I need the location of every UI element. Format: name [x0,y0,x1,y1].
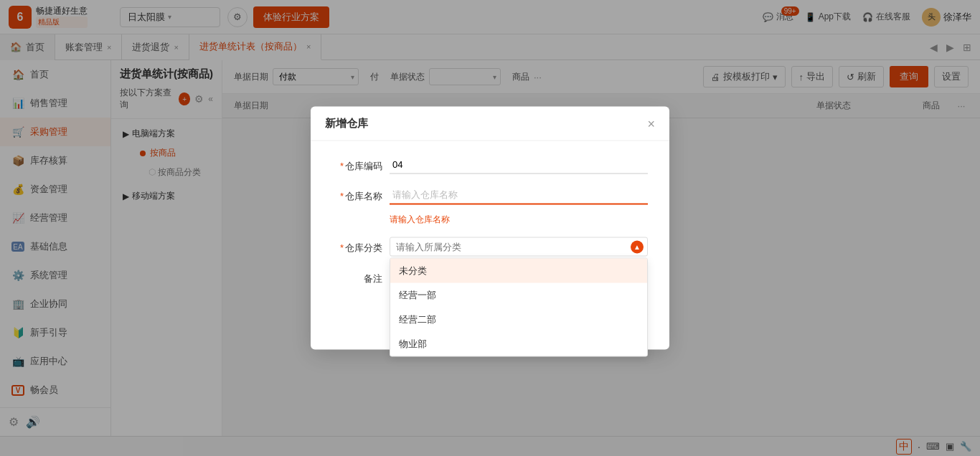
warehouse-category-label: 仓库分类 [332,237,382,255]
warehouse-code-row: 仓库编码 [332,156,648,174]
notes-label: 备注 [332,268,382,285]
warehouse-category-input[interactable] [390,237,648,257]
warehouse-name-input[interactable] [390,186,648,205]
warehouse-name-row: 仓库名称 请输入仓库名称 [332,186,648,226]
warehouse-code-label: 仓库编码 [332,156,382,173]
warehouse-name-error: 请输入仓库名称 [390,214,450,226]
modal-dialog: 新增仓库 × 仓库编码 仓库名称 请输入仓库名称 仓库分类 ▲ 未分类 [311,107,669,350]
modal-title: 新增仓库 [325,117,368,130]
modal-header: 新增仓库 × [311,107,669,141]
warehouse-code-input[interactable] [390,156,648,174]
warehouse-category-wrap: ▲ 未分类 经营一部 经营二部 物业部 [390,237,648,257]
category-dropdown-toggle[interactable]: ▲ [631,240,644,253]
category-dropdown: 未分类 经营一部 经营二部 物业部 [390,258,648,357]
warehouse-name-label: 仓库名称 [332,186,382,203]
dropdown-option-uncategorized[interactable]: 未分类 [390,259,647,283]
modal-body: 仓库编码 仓库名称 请输入仓库名称 仓库分类 ▲ 未分类 经营一部 经营二部 [311,141,669,305]
warehouse-category-row: 仓库分类 ▲ 未分类 经营一部 经营二部 物业部 [332,237,648,257]
dropdown-option-dept3[interactable]: 物业部 [390,332,647,356]
dropdown-option-dept1[interactable]: 经营一部 [390,283,647,308]
dropdown-option-dept2[interactable]: 经营二部 [390,308,647,332]
modal-close-btn[interactable]: × [647,117,655,130]
